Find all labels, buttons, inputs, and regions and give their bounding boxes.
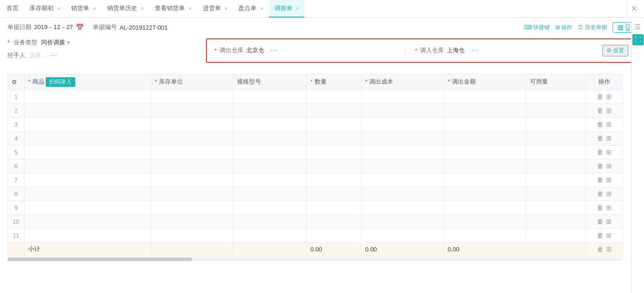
cell-unit[interactable] [151,145,233,159]
cell-qty[interactable] [306,145,361,159]
cell-unit[interactable] [151,159,233,173]
cell-qty[interactable] [306,187,361,201]
cell-unit[interactable] [151,201,233,214]
cell-product[interactable] [24,187,151,201]
tab-inventory-init[interactable]: 库存期初× [24,0,66,18]
sidebar-list-icon[interactable]: ☰ [632,21,644,32]
cell-product[interactable] [24,104,151,117]
delete-icon[interactable]: 🗑 [595,218,605,225]
cell-amount[interactable] [444,104,526,117]
tab-purchase-order[interactable]: 进货单× [197,0,233,18]
delete-icon[interactable]: 🗑 [595,148,605,156]
gear-column-header[interactable]: ⚙ [8,74,24,90]
cell-unit[interactable] [151,173,233,187]
copy-icon[interactable]: ⊞ [605,190,613,197]
cell-unit[interactable] [151,90,233,104]
cell-unit[interactable] [151,131,233,145]
copy-icon[interactable]: ⊞ [605,162,613,170]
cell-spec[interactable] [233,201,306,214]
cell-qty[interactable] [306,90,361,104]
biz-type-select[interactable]: 同价调拨 ▾ [41,38,70,47]
cell-unit[interactable] [151,104,233,117]
copy-icon[interactable]: ⊞ [605,176,613,183]
cell-qty[interactable] [306,117,361,131]
tab-close-inventory-init[interactable]: × [57,6,60,11]
cell-available[interactable] [526,201,586,214]
cell-available[interactable] [526,145,586,159]
cell-product[interactable] [24,228,151,242]
close-button[interactable]: ✕ [627,2,640,15]
delete-icon[interactable]: 🗑 [595,204,605,211]
subtotal-copy-icon[interactable]: ⊞ [605,245,613,253]
cell-product[interactable] [24,90,151,104]
cell-cost[interactable] [361,201,444,214]
tab-transfer[interactable]: 调拨单× [269,0,304,18]
cell-spec[interactable] [233,145,306,159]
tab-close-sales-history[interactable]: × [141,6,144,11]
cell-amount[interactable] [444,214,526,228]
tab-close-sales-order[interactable]: × [93,6,96,11]
cell-amount[interactable] [444,90,526,104]
cell-cost[interactable] [361,228,444,242]
delete-icon[interactable]: 🗑 [595,107,605,114]
cell-qty[interactable] [306,201,361,214]
cell-cost[interactable] [361,131,444,145]
cell-spec[interactable] [233,104,306,117]
cell-qty[interactable] [306,159,361,173]
cell-cost[interactable] [361,90,444,104]
cell-amount[interactable] [444,187,526,201]
horizontal-scrollbar[interactable] [7,257,623,261]
cell-qty[interactable] [306,104,361,117]
cell-cost[interactable] [361,145,444,159]
warehouse-out-more-icon[interactable]: ··· [271,46,278,55]
cell-spec[interactable] [233,117,306,131]
cell-product[interactable] [24,145,151,159]
cell-amount[interactable] [444,117,526,131]
gear-settings-button[interactable]: ⚙ 设置 [602,45,628,56]
cell-amount[interactable] [444,145,526,159]
cell-qty[interactable] [306,131,361,145]
tab-inventory-check[interactable]: 盘点单× [233,0,268,18]
tab-view-sales[interactable]: 查看销货单× [149,0,197,18]
cell-spec[interactable] [233,131,306,145]
copy-icon[interactable]: ⊞ [605,107,613,114]
cell-cost[interactable] [361,104,444,117]
cell-amount[interactable] [444,173,526,187]
cell-amount[interactable] [444,201,526,214]
cell-spec[interactable] [233,159,306,173]
cell-unit[interactable] [151,187,233,201]
cell-product[interactable] [24,214,151,228]
handler-select[interactable]: 选择... [29,51,46,60]
calendar-icon[interactable]: 📅 [76,24,84,31]
cell-qty[interactable] [306,173,361,187]
cell-amount[interactable] [444,131,526,145]
delete-icon[interactable]: 🗑 [595,93,605,100]
cell-qty[interactable] [306,228,361,242]
cell-product[interactable] [24,159,151,173]
copy-icon[interactable]: ⊞ [605,134,613,142]
delete-icon[interactable]: 🗑 [595,162,605,170]
cell-available[interactable] [526,214,586,228]
cell-spec[interactable] [233,228,306,242]
warehouse-in-more-icon[interactable]: ··· [471,46,479,55]
copy-icon[interactable]: ⊞ [605,218,613,225]
delete-icon[interactable]: 🗑 [595,176,605,183]
copy-icon[interactable]: ⊞ [605,204,613,211]
cell-available[interactable] [526,173,586,187]
cell-available[interactable] [526,131,586,145]
handler-more-icon[interactable]: ··· [50,51,57,60]
cell-spec[interactable] [233,214,306,228]
cell-cost[interactable] [361,159,444,173]
tab-close-view-sales[interactable]: × [188,6,191,11]
copy-icon[interactable]: ⊞ [605,232,613,239]
cell-unit[interactable] [151,117,233,131]
tab-close-purchase-order[interactable]: × [225,6,227,11]
cell-cost[interactable] [361,173,444,187]
history-button[interactable]: 🗒 历史单据 [578,24,607,31]
sidebar-expand-icon[interactable]: ⛶ [632,34,644,45]
cell-available[interactable] [526,90,586,104]
copy-icon[interactable]: ⊞ [605,93,613,100]
tab-close-transfer[interactable]: × [296,6,299,11]
delete-icon[interactable]: 🗑 [595,190,605,197]
cell-cost[interactable] [361,214,444,228]
